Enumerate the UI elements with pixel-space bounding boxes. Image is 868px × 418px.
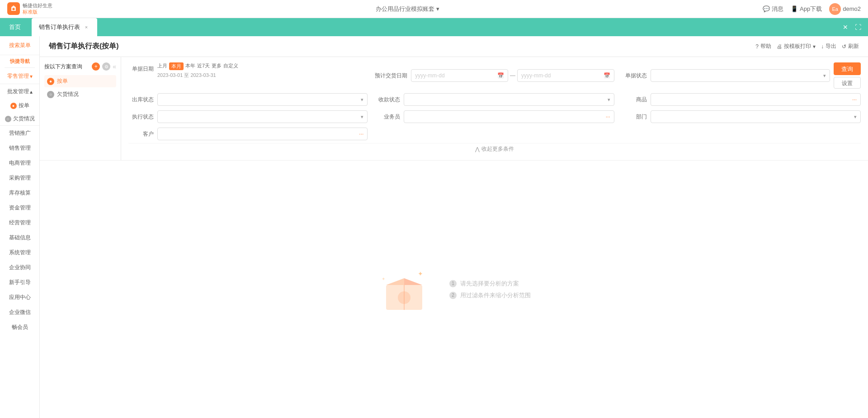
sidebar-item-operation-label: 经营管理: [9, 219, 31, 227]
user-profile[interactable]: Ea demo2: [829, 3, 861, 15]
sidebar-item-retail[interactable]: 零售管理 ▾: [0, 69, 39, 84]
calendar-icon-to: 📅: [604, 72, 610, 79]
tab-bar-actions: ✕ ⛶: [841, 23, 863, 32]
logo-area: 畅捷信好生意 标准版: [7, 2, 52, 15]
page-title: 销售订单执行表(按单): [49, 42, 119, 57]
date-tab-last-month[interactable]: 上月: [157, 62, 167, 70]
sidebar-item-sales[interactable]: 销售管理: [0, 141, 39, 156]
filter-goods-label: 商品: [622, 96, 647, 104]
sidebar-sub-item-by-order[interactable]: ● 按单: [0, 99, 39, 112]
help-btn[interactable]: ? 帮助: [755, 43, 771, 50]
sidebar-group-retail: 零售管理 ▾: [0, 69, 39, 84]
sidebar-item-operation[interactable]: 经营管理: [0, 215, 39, 230]
print-dropdown-icon: ▾: [813, 43, 816, 50]
exec-dropdown-arrow: ▾: [361, 114, 363, 120]
sidebar-item-marketing[interactable]: 营销推广: [0, 126, 39, 141]
refresh-icon: ↺: [842, 43, 846, 50]
filter-salesperson-label: 业务员: [375, 113, 400, 121]
filter-exec-select[interactable]: ▾: [157, 110, 368, 123]
refresh-label: 刷新: [848, 43, 859, 50]
filter-exec-label: 执行状态: [128, 113, 154, 121]
sub-item-by-order-label: 按单: [19, 102, 29, 109]
manage-plan-btn[interactable]: ⚙: [102, 62, 110, 71]
plan-item-backorder[interactable]: ○ 欠货情况: [44, 88, 116, 100]
sidebar-item-enterprise[interactable]: 企业协同: [0, 260, 39, 275]
message-icon: 💬: [763, 5, 770, 12]
filter-dept-select[interactable]: ▾: [651, 110, 861, 123]
sidebar-item-wholesale[interactable]: 批发管理 ▴: [0, 84, 39, 99]
sidebar-item-member-label: 畅会员: [12, 323, 28, 331]
plan-item-backorder-label: 欠货情况: [57, 90, 79, 98]
filter-row-1: 单据日期 上月 本月 本年 近7天 更多 自定义 20: [128, 62, 861, 89]
sidebar-item-purchase[interactable]: 采购管理: [0, 171, 39, 185]
help-icon: ?: [755, 43, 759, 50]
expected-date-from[interactable]: yyyy-mm-dd 📅: [411, 69, 508, 82]
page-header: 销售订单执行表(按单) ? 帮助 🖨 按模板打印 ▾ ↓ 导出 ↺ 刷新: [40, 36, 868, 57]
avatar-text: Ea: [832, 6, 838, 12]
plan-item-by-order[interactable]: ● 按单: [44, 75, 116, 87]
sidebar-item-ecommerce[interactable]: 电商管理: [0, 156, 39, 171]
filter-item-customer: 客户 ···: [128, 128, 368, 140]
sidebar-item-finance[interactable]: 资金管理: [0, 200, 39, 215]
sidebar-item-inventory[interactable]: 库存核算: [0, 185, 39, 200]
empty-step-1-text: 请先选择要分析的方案: [460, 280, 519, 288]
empty-step-1: 1 请先选择要分析的方案: [449, 280, 531, 288]
filter-left-icons: + ⚙ «: [92, 62, 116, 71]
quick-nav-label: 快捷导航: [10, 58, 30, 64]
company-selector[interactable]: 办公用品行业模拟账套 ▾: [376, 5, 439, 13]
settings-btn[interactable]: 设置: [834, 77, 861, 89]
filter-goods-input[interactable]: ···: [651, 93, 861, 106]
tab-close-btn[interactable]: ×: [83, 24, 90, 31]
filter-dept-label: 部门: [622, 113, 647, 121]
sidebar-item-member[interactable]: 畅会员: [0, 320, 39, 335]
filter-payment-select[interactable]: ▾: [404, 93, 614, 106]
date-tab-more[interactable]: 更多: [212, 62, 222, 70]
sidebar-item-app-center[interactable]: 应用中心: [0, 290, 39, 305]
empty-state-content: ✦ ✦ 1 请先选择要分析的方案 2: [377, 267, 531, 312]
date-tab-this-year[interactable]: 本年: [185, 62, 195, 70]
collapse-left-btn[interactable]: «: [113, 63, 116, 70]
tab-home[interactable]: 首页: [0, 18, 30, 36]
sidebar-item-wechat[interactable]: 企业微信: [0, 305, 39, 320]
app-download-label: App下载: [800, 5, 822, 13]
sidebar-sub-item-backorder[interactable]: ○ 欠货情况: [0, 112, 39, 125]
sidebar: 搜索菜单 快捷导航 零售管理 ▾ 批发管理 ▴ ● 按单: [0, 36, 40, 418]
top-bar-right: 💬 消息 📱 App下载 Ea demo2: [763, 3, 861, 15]
refresh-btn[interactable]: ↺ 刷新: [842, 43, 859, 50]
plan-icon-order: ●: [47, 78, 54, 85]
search-menu-btn[interactable]: 搜索菜单: [5, 40, 35, 51]
payment-dropdown-arrow: ▾: [608, 97, 610, 103]
tab-sales-order[interactable]: 销售订单执行表 ×: [32, 18, 97, 36]
sidebar-item-basic-info[interactable]: 基础信息: [0, 230, 39, 245]
add-plan-btn[interactable]: +: [92, 62, 100, 71]
app-download-btn[interactable]: 📱 App下载: [791, 5, 822, 13]
filter-delivery-label: 出库状态: [128, 96, 154, 104]
date-tab-7days[interactable]: 近7天: [197, 62, 210, 70]
filter-status-select[interactable]: ▾: [651, 69, 830, 82]
sidebar-item-system[interactable]: 系统管理: [0, 245, 39, 260]
date-tab-this-month[interactable]: 本月: [169, 62, 184, 70]
message-btn[interactable]: 💬 消息: [763, 5, 783, 13]
query-btn[interactable]: 查询: [834, 62, 861, 75]
sidebar-item-ecommerce-label: 电商管理: [9, 159, 31, 167]
tab-maximize-btn[interactable]: ⛶: [854, 23, 863, 32]
export-label: 导出: [826, 43, 836, 50]
svg-marker-3: [404, 278, 422, 285]
expected-date-to[interactable]: yyyy-mm-dd 📅: [517, 69, 614, 82]
filter-customer-input[interactable]: ···: [157, 128, 368, 140]
export-btn[interactable]: ↓ 导出: [821, 43, 836, 50]
svg-text:✦: ✦: [418, 270, 423, 277]
collapse-btn[interactable]: ⋀ 收起更多条件: [475, 145, 514, 153]
username: demo2: [843, 5, 861, 12]
filter-salesperson-input[interactable]: ···: [404, 110, 614, 123]
sidebar-item-beginner[interactable]: 新手引导: [0, 275, 39, 290]
empty-state: ✦ ✦ 1 请先选择要分析的方案 2: [40, 160, 868, 418]
quick-nav-btn[interactable]: 快捷导航: [0, 55, 39, 66]
filter-delivery-select[interactable]: ▾: [157, 93, 368, 106]
date-tab-custom[interactable]: 自定义: [223, 62, 238, 70]
tab-close-window-btn[interactable]: ✕: [841, 23, 850, 32]
main-layout: 搜索菜单 快捷导航 零售管理 ▾ 批发管理 ▴ ● 按单: [0, 36, 868, 418]
print-template-btn[interactable]: 🖨 按模板打印 ▾: [777, 43, 816, 50]
filter-item-status: 单据状态 ▾ 查询 设置: [622, 62, 861, 89]
sidebar-item-retail-label: 零售管理: [7, 72, 29, 80]
